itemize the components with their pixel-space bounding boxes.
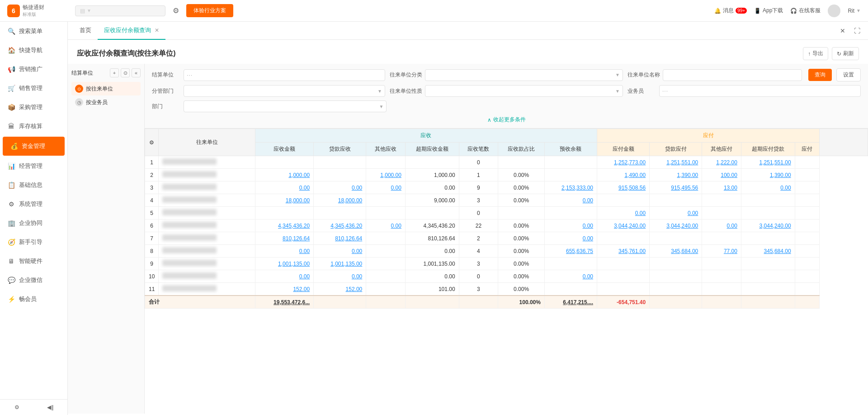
sidebar-collapse-btn[interactable]: ◀‖	[34, 400, 68, 415]
ap-amount-link[interactable]: 0.00	[635, 210, 646, 216]
ap-amount[interactable]	[597, 232, 650, 245]
add-icon[interactable]: +	[110, 68, 119, 77]
sidebar-item-inventory[interactable]: 🏛 库存核算	[0, 117, 67, 136]
ap-other[interactable]	[702, 283, 741, 296]
ar-credit[interactable]	[314, 156, 366, 169]
ar-prepaid[interactable]	[544, 156, 597, 169]
ap-overdue-link[interactable]: 3,044,240.00	[760, 223, 791, 229]
ap-credit-link[interactable]: 345,684.00	[671, 248, 698, 254]
ar-prepaid[interactable]: 2,153,333.00	[544, 181, 597, 194]
avatar[interactable]	[828, 5, 840, 17]
footer-ar-amount[interactable]: 19,553,472,6...	[255, 296, 313, 309]
ar-credit-link[interactable]: 1,001,135.00	[330, 261, 362, 267]
app-download-btn[interactable]: 📱 App下载	[754, 7, 783, 14]
dept-input[interactable]: ▼	[184, 100, 387, 112]
tab-expand-icon[interactable]: ⛶	[852, 25, 863, 36]
sidebar-item-basic[interactable]: 📋 基础信息	[0, 176, 67, 195]
ar-prepaid[interactable]	[544, 258, 597, 270]
ar-prepaid-link[interactable]: 655,636.75	[566, 248, 593, 254]
ap-amount[interactable]: 1,252,773.00	[597, 156, 650, 169]
sidebar-item-vip[interactable]: ⚡ 畅会员	[0, 290, 67, 309]
fenguan-input[interactable]: ▼	[184, 85, 385, 97]
ap-amount[interactable]: 3,044,240.00	[597, 219, 650, 232]
tab-home[interactable]: 首页	[73, 22, 98, 40]
ap-other[interactable]: 77.00	[702, 245, 741, 258]
online-support-btn[interactable]: 🎧 在线客服	[790, 7, 821, 14]
ar-credit[interactable]: 1,001,135.00	[314, 258, 366, 270]
ar-credit[interactable]: 18,000.00	[314, 194, 366, 207]
ar-credit-link[interactable]: 4,345,436.20	[330, 223, 362, 229]
ap-credit[interactable]: 915,495.56	[650, 181, 702, 194]
edit-icon[interactable]: ⊙	[121, 68, 130, 77]
ap-amount-link[interactable]: 345,761.00	[618, 248, 646, 254]
ap-amount[interactable]: 345,761.00	[597, 245, 650, 258]
ar-other[interactable]	[366, 258, 406, 270]
ap-credit-link[interactable]: 3,044,240.00	[666, 223, 698, 229]
breadcrumb[interactable]: ▤ ▼	[75, 5, 165, 16]
ar-prepaid[interactable]: 655,636.75	[544, 245, 597, 258]
collapse-left-icon[interactable]: «	[132, 68, 141, 77]
ap-amount[interactable]: 915,508.56	[597, 181, 650, 194]
ar-other[interactable]: 0.00	[366, 181, 406, 194]
notification-btn[interactable]: 🔔 消息 99+	[714, 7, 747, 14]
ar-amount[interactable]	[255, 156, 313, 169]
ap-credit[interactable]: 345,684.00	[650, 245, 702, 258]
ar-amount-link[interactable]: 1,000.00	[288, 172, 310, 178]
ap-amount[interactable]	[597, 283, 650, 296]
ar-credit-link[interactable]: 0.00	[352, 185, 362, 191]
ap-other[interactable]	[702, 207, 741, 219]
ap-other-link[interactable]: 0.00	[727, 223, 737, 229]
ap-overdue-link[interactable]: 1,251,551.00	[760, 159, 791, 166]
sidebar-item-wechat[interactable]: 💬 企业微信	[0, 271, 67, 290]
ar-credit[interactable]: 0.00	[314, 181, 366, 194]
ar-prepaid[interactable]: 0.00	[544, 194, 597, 207]
ar-other-link[interactable]: 0.00	[391, 223, 401, 229]
user-name[interactable]: Rit ▼	[848, 8, 861, 14]
ap-overdue-link[interactable]: 0.00	[780, 185, 791, 191]
ap-other-link[interactable]: 1,222.00	[716, 159, 737, 166]
ar-other[interactable]	[366, 156, 406, 169]
ap-other[interactable]: 1,222.00	[702, 156, 741, 169]
ar-other[interactable]	[366, 232, 406, 245]
ap-credit[interactable]	[650, 270, 702, 283]
ap-credit[interactable]	[650, 283, 702, 296]
ap-overdue[interactable]	[741, 207, 795, 219]
ap-credit[interactable]: 3,044,240.00	[650, 219, 702, 232]
ap-credit[interactable]	[650, 194, 702, 207]
wanglai-type-input[interactable]: ▼	[425, 69, 623, 81]
ap-overdue-link[interactable]: 345,684.00	[764, 248, 791, 254]
ar-prepaid-link[interactable]: 0.00	[583, 235, 593, 242]
ap-credit-link[interactable]: 1,251,551.00	[666, 159, 698, 166]
ar-amount[interactable]: 0.00	[255, 270, 313, 283]
ap-amount-link[interactable]: 1,252,773.00	[614, 159, 646, 166]
ap-other[interactable]: 100.00	[702, 169, 741, 181]
ar-credit-link[interactable]: 18,000.00	[338, 197, 362, 204]
ap-credit[interactable]	[650, 232, 702, 245]
settings-col-header[interactable]: ⚙	[145, 129, 159, 156]
ap-other[interactable]	[702, 194, 741, 207]
sidebar-item-guide[interactable]: 🧭 新手引导	[0, 233, 67, 252]
trial-button[interactable]: 体验行业方案	[186, 4, 233, 17]
ap-credit-link[interactable]: 0.00	[688, 210, 698, 216]
refresh-button[interactable]: ↻ 刷新	[832, 47, 859, 60]
query-option-by-staff[interactable]: ◷ 按业务员	[71, 95, 141, 109]
ar-credit[interactable]: 0.00	[314, 270, 366, 283]
ar-credit-link[interactable]: 152.00	[346, 286, 363, 292]
ap-other[interactable]	[702, 232, 741, 245]
ar-prepaid[interactable]	[544, 283, 597, 296]
footer-ar-prepaid[interactable]: 6,417,215....	[544, 296, 597, 309]
ap-credit-link[interactable]: 1,390.00	[677, 172, 698, 178]
ap-overdue[interactable]	[741, 270, 795, 283]
ar-amount[interactable]: 152.00	[255, 283, 313, 296]
ap-amount-link[interactable]: 1,490.00	[624, 172, 646, 178]
wanglai-nature-input[interactable]: ▼	[425, 85, 623, 97]
ar-credit-link[interactable]: 0.00	[352, 248, 362, 254]
sidebar-item-operation[interactable]: 📊 经营管理	[0, 157, 67, 176]
ar-other[interactable]	[366, 207, 406, 219]
ap-overdue[interactable]: 1,390.00	[741, 169, 795, 181]
wanglai-name-input[interactable]	[663, 69, 802, 81]
ap-amount[interactable]	[597, 194, 650, 207]
ar-prepaid[interactable]	[544, 169, 597, 181]
ar-amount-link[interactable]: 152.00	[293, 286, 310, 292]
ar-credit[interactable]	[314, 207, 366, 219]
